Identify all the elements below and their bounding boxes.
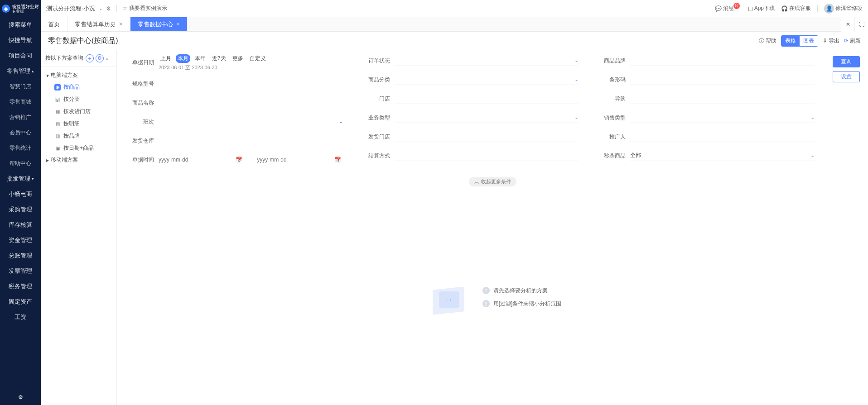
nav-retail-help[interactable]: 帮助中心 [0, 156, 41, 171]
nav-invoice[interactable]: 发票管理 [0, 263, 41, 279]
more-icon[interactable]: ⋯ [338, 138, 343, 143]
date-opt-more[interactable]: 更多 [231, 54, 245, 63]
nav-ledger[interactable]: 总账管理 [0, 248, 41, 263]
store-input[interactable]: ⋯ [395, 93, 579, 104]
app-download-button[interactable]: ▢ App下载 [748, 5, 775, 12]
nav-retail-stats[interactable]: 零售统计 [0, 140, 41, 156]
scheme-settings-button[interactable]: ⚙ [96, 54, 104, 62]
scheme-by-detail[interactable]: ▤按明细 [41, 118, 116, 130]
biz-type-select[interactable]: ⌄ [395, 112, 579, 123]
close-icon[interactable]: ✕ [176, 21, 180, 27]
shift-select[interactable]: ⌄ [159, 116, 343, 127]
tabs: 首页 零售结算单历史 ✕ 零售数据中心 ✕ ✕ ⛶ [41, 17, 868, 32]
nav-wholesale[interactable]: 批发管理 [0, 171, 41, 186]
seg-table[interactable]: 表格 [781, 36, 800, 46]
chevron-down-icon[interactable]: ⌄ [99, 6, 102, 11]
scheme-by-date-product[interactable]: ▣按日期+商品 [41, 142, 116, 154]
query-button[interactable]: 查询 [833, 56, 860, 67]
more-icon[interactable]: ⋯ [809, 95, 815, 101]
support-button[interactable]: 🎧 在线客服 [781, 5, 811, 12]
nav-retail-promo[interactable]: 营销推广 [0, 110, 41, 125]
time-from-input[interactable]: 📅 [159, 154, 244, 165]
nav-retail-mall[interactable]: 零售商城 [0, 94, 41, 110]
empty-step-1: 1请先选择要分析的方案 [482, 287, 562, 295]
nav-salary[interactable]: 工资 [0, 310, 41, 325]
nav-fund[interactable]: 资金管理 [0, 233, 41, 248]
more-icon[interactable]: ⋯ [573, 95, 579, 101]
chevron-down-icon[interactable]: ⌄ [810, 152, 815, 158]
more-icon[interactable]: ⋯ [809, 133, 815, 139]
date-opt-custom[interactable]: 自定义 [248, 54, 268, 63]
tree-group-pc[interactable]: ▾电脑端方案 [41, 70, 116, 81]
messages-button[interactable]: 💬 消息 8 [715, 5, 742, 12]
tree-group-mobile[interactable]: ▸移动端方案 [41, 154, 116, 166]
date-range-text: 2023-06-01 至 2023-06-30 [159, 64, 343, 71]
settle-input[interactable] [395, 150, 579, 161]
gear-icon[interactable]: ⚙ [106, 5, 111, 12]
help-button[interactable]: ⓘ帮助 [759, 37, 776, 45]
gear-icon[interactable]: ⚙ [18, 394, 23, 400]
nav-retail-member[interactable]: 会员中心 [0, 125, 41, 140]
seckill-select[interactable]: 全部⌄ [630, 150, 815, 161]
tab-retail-data-center[interactable]: 零售数据中心 ✕ [130, 17, 188, 31]
scheme-by-product[interactable]: ◉按商品 [41, 81, 116, 93]
demo-link[interactable]: ☞ 我要看实例演示 [122, 5, 167, 12]
nav-tax[interactable]: 税务管理 [0, 279, 41, 294]
close-icon[interactable]: ✕ [119, 21, 123, 27]
export-icon: ⇩ [823, 38, 827, 44]
chevron-down-icon[interactable]: ⌄ [574, 57, 579, 63]
add-scheme-button[interactable]: + [86, 54, 94, 62]
export-button[interactable]: ⇩导出 [823, 37, 839, 45]
more-icon[interactable]: ⋯ [573, 133, 579, 139]
chevron-down-icon[interactable]: ⌄ [574, 76, 579, 82]
tab-settlement-history[interactable]: 零售结算单历史 ✕ [68, 17, 130, 31]
refresh-button[interactable]: ⟳刷新 [844, 37, 861, 45]
collapse-filters-button[interactable]: ︽ 收起更多条件 [469, 177, 516, 186]
user-menu[interactable]: 👤 徐泽华修改 [824, 4, 863, 14]
nav-quick[interactable]: 快捷导航 [0, 33, 41, 48]
settings-button[interactable]: 设置 [833, 71, 860, 82]
seg-chart[interactable]: 图表 [800, 36, 818, 46]
warehouse-input[interactable]: ⋯ [159, 135, 343, 146]
guide-input[interactable]: ⋯ [630, 93, 815, 104]
promoter-input[interactable]: ⋯ [630, 131, 815, 142]
sale-type-select[interactable]: ⌄ [630, 112, 815, 123]
nav-retail[interactable]: 零售管理 [0, 63, 41, 79]
calendar-icon[interactable]: 📅 [236, 157, 242, 163]
spec-input[interactable] [159, 78, 343, 89]
nav-purchase[interactable]: 采购管理 [0, 202, 41, 217]
expand-button[interactable]: ⛶ [854, 17, 868, 32]
collapse-panel-button[interactable]: « [106, 56, 112, 61]
date-opt-last-month[interactable]: 上月 [159, 54, 173, 63]
more-icon[interactable]: ⋯ [809, 57, 815, 63]
tab-home[interactable]: 首页 [41, 17, 68, 31]
nav-project[interactable]: 项目合同 [0, 48, 41, 63]
nav-fixed-asset[interactable]: 固定资产 [0, 294, 41, 310]
time-to-input[interactable]: 📅 [257, 154, 342, 165]
nav-ecommerce[interactable]: 小畅电商 [0, 186, 41, 202]
barcode-input[interactable] [630, 74, 815, 85]
breadcrumb-text[interactable]: 测试分开流程-小况 [46, 5, 95, 13]
date-opt-this-year[interactable]: 本年 [193, 54, 207, 63]
scheme-by-ship-store[interactable]: ▦按发货门店 [41, 105, 116, 118]
product-name-input[interactable]: ⋯ [159, 97, 343, 108]
chevron-down-icon[interactable]: ⌄ [810, 114, 815, 120]
brand-input[interactable]: ⋯ [630, 55, 815, 66]
close-all-button[interactable]: ✕ [841, 17, 854, 32]
calendar-icon[interactable]: 📅 [334, 157, 341, 163]
caret-right-icon: ▸ [46, 157, 49, 163]
date-opt-7days[interactable]: 近7天 [210, 54, 228, 63]
more-icon[interactable]: ⋯ [338, 100, 343, 105]
order-status-select[interactable]: ⌄ [395, 55, 579, 66]
nav-retail-smart[interactable]: 智慧门店 [0, 79, 41, 94]
nav-inventory[interactable]: 库存核算 [0, 217, 41, 233]
ship-store-input[interactable]: ⋯ [395, 131, 579, 142]
date-opt-this-month[interactable]: 本月 [176, 54, 190, 63]
scheme-by-brand[interactable]: ▥按品牌 [41, 130, 116, 142]
chevron-down-icon[interactable]: ⌄ [574, 114, 579, 120]
scheme-by-category[interactable]: 📊按分类 [41, 93, 116, 105]
nav-search[interactable]: 搜索菜单 [0, 17, 41, 33]
category-select[interactable]: ⌄ [395, 74, 579, 85]
chevron-down-icon[interactable]: ⌄ [339, 119, 343, 124]
list-icon: ▤ [54, 121, 61, 127]
